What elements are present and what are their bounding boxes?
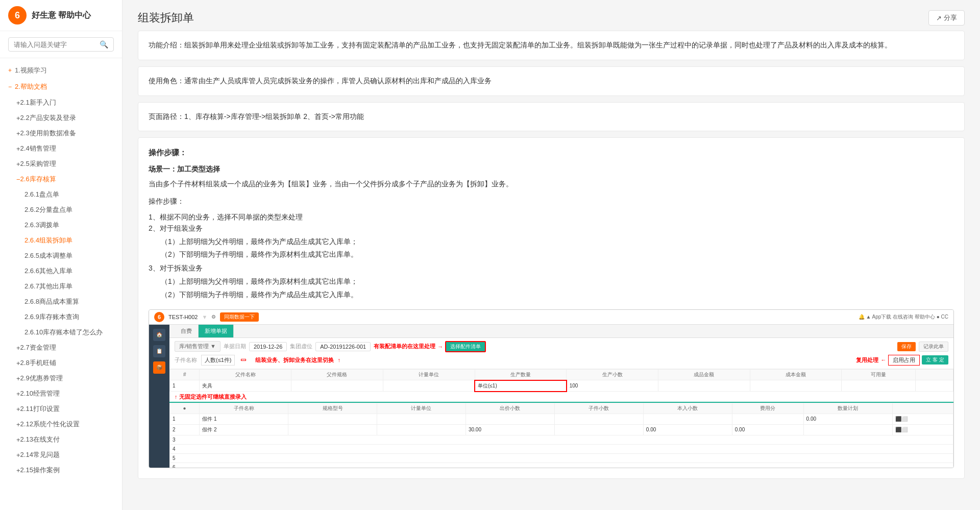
sidebar-item-21[interactable]: + 2.1新手入门 bbox=[0, 95, 122, 110]
sidebar-header: 6 好生意 帮助中心 bbox=[0, 0, 122, 31]
app-title: 好生意 帮助中心 bbox=[32, 10, 91, 21]
sidebar-item-docs[interactable]: − 2.帮助文档 bbox=[0, 79, 122, 95]
sidebar-item-210[interactable]: + 2.10经营管理 bbox=[0, 386, 122, 401]
sidebar-item-22[interactable]: + 2.2产品安装及登录 bbox=[0, 110, 122, 126]
sidebar-item-211[interactable]: + 2.11打印设置 bbox=[0, 401, 122, 417]
role-section: 使用角色：通常由生产人员或库管人员完成拆装业务的操作，库管人员确认原材料的出库和… bbox=[138, 66, 965, 96]
path-text: 页面路径：1、库存核算->库存管理->组装拆卸单 2、首页->常用功能 bbox=[149, 112, 364, 120]
sidebar-item-263[interactable]: 2.6.3调拨单 bbox=[0, 217, 122, 233]
search-box: 🔍 bbox=[0, 31, 122, 58]
step3-sub1: （1）上部明细为父件明细，最终作为原材料生成其它出库单； bbox=[149, 275, 954, 288]
step3-sub2: （2）下部明细为子件明细，最终作为产成品生成其它入库单。 bbox=[149, 288, 954, 301]
page-title: 组装拆卸单 bbox=[138, 10, 194, 26]
content-body: 功能介绍：组装拆卸单用来处理企业组装或拆卸等加工业务，支持有固定装配清单的产品加… bbox=[122, 31, 980, 510]
sidebar-item-24[interactable]: + 2.4销售管理 bbox=[0, 141, 122, 156]
main-content: 组装拆卸单 ↗ 分享 功能介绍：组装拆卸单用来处理企业组装或拆卸等加工业务，支持… bbox=[122, 0, 980, 510]
ops-title: 操作步骤： bbox=[149, 148, 954, 158]
search-button[interactable]: 🔍 bbox=[100, 40, 108, 48]
sidebar-item-213[interactable]: + 2.13在线支付 bbox=[0, 432, 122, 447]
intro-text: 功能介绍：组装拆卸单用来处理企业组装或拆卸等加工业务，支持有固定装配清单的产品加… bbox=[149, 41, 892, 49]
step2-sub1: （1）上部明细为父件明细，最终作为产成品生成其它入库单； bbox=[149, 235, 954, 248]
annotation-2: ↑ 无固定选件可继续直接录入 bbox=[169, 392, 953, 402]
sidebar-item-214[interactable]: + 2.14常见问题 bbox=[0, 447, 122, 463]
sidebar-item-2610[interactable]: 2.6.10库存账本错了怎么办 bbox=[0, 325, 122, 340]
sim-form-area: 库/销售管理 ▼ 单据日期 2019-12-26 集团虚位 AD-2019122… bbox=[169, 338, 953, 369]
sidebar-item-28[interactable]: + 2.8手机旺铺 bbox=[0, 355, 122, 371]
sim-upper-table: # 父件名称 父件规格 计量单位 生产数量 生产小数 成品金额 成本金额 可用量 bbox=[169, 369, 953, 392]
logo-icon: 6 bbox=[8, 6, 27, 25]
sidebar-item-27[interactable]: + 2.7资金管理 bbox=[0, 340, 122, 355]
search-input[interactable] bbox=[14, 41, 100, 48]
share-icon: ↗ bbox=[936, 14, 942, 22]
step2: 2、对于组装业务 bbox=[149, 224, 954, 233]
path-section: 页面路径：1、库存核算->库存管理->组装拆卸单 2、首页->常用功能 bbox=[138, 102, 965, 132]
sim-app-body: 🏠 📋 📦 自费 新增单据 库/销售管理 ▼ bbox=[149, 325, 953, 468]
sidebar-item-25[interactable]: + 2.5采购管理 bbox=[0, 156, 122, 172]
step1: 1、根据不同的业务，选择不同单据的类型来处理 bbox=[149, 213, 954, 222]
step3: 3、对于拆装业务 bbox=[149, 264, 954, 273]
search-wrap: 🔍 bbox=[8, 37, 114, 52]
nav-tree: + 1.视频学习 − 2.帮助文档 + 2.1新手入门 + 2.2产品安装及登录… bbox=[0, 58, 122, 510]
sidebar-item-212[interactable]: + 2.12系统个性化设置 bbox=[0, 417, 122, 432]
sidebar-item-29[interactable]: + 2.9优惠券管理 bbox=[0, 371, 122, 386]
sidebar-item-269[interactable]: 2.6.9库存账本查询 bbox=[0, 309, 122, 325]
sidebar-item-23[interactable]: + 2.3使用前数据准备 bbox=[0, 126, 122, 141]
step2-sub2: （2）下部明细为子件明细，最终作为原材料生成其它出库单。 bbox=[149, 248, 954, 261]
sidebar: 6 好生意 帮助中心 🔍 + 1.视频学习 − 2.帮助文档 + 2.1新手入门… bbox=[0, 0, 122, 510]
sim-lower-table: ● 子件名称 规格型号 计量单位 出价小数 子件小数 本入小数 费用分 数量计划 bbox=[169, 402, 953, 468]
sidebar-item-262[interactable]: 2.6.2分量盘点单 bbox=[0, 202, 122, 217]
scene-title: 场景一：加工类型选择 bbox=[149, 165, 954, 174]
sidebar-item-26[interactable]: − 2.6库存核算 bbox=[0, 172, 122, 187]
sidebar-item-266[interactable]: 2.6.6其他入库单 bbox=[0, 263, 122, 279]
sidebar-item-268[interactable]: 2.6.8商品成本重算 bbox=[0, 294, 122, 309]
intro-section: 功能介绍：组装拆卸单用来处理企业组装或拆卸等加工业务，支持有固定装配清单的产品加… bbox=[138, 31, 965, 60]
sidebar-item-264[interactable]: 2.6.4组装拆卸单 bbox=[0, 233, 122, 248]
ops-steps-label: 操作步骤： bbox=[149, 196, 954, 208]
scene-desc: 当由多个子件材料组装成一个成品的业务为【组装】业务，当由一个父件拆分成多个子产品… bbox=[149, 178, 954, 190]
role-text: 使用角色：通常由生产人员或库管人员完成拆装业务的操作，库管人员确认原材料的出库和… bbox=[149, 77, 492, 85]
sidebar-item-265[interactable]: 2.6.5成本调整单 bbox=[0, 248, 122, 263]
content-header: 组装拆卸单 ↗ 分享 bbox=[122, 0, 980, 31]
share-button[interactable]: ↗ 分享 bbox=[928, 10, 965, 26]
sim-tabs: 自费 新增单据 bbox=[169, 325, 953, 338]
sim-left-nav: 🏠 📋 📦 bbox=[149, 325, 169, 468]
screenshot-container: 6 TEST-H002 ▼ ⚙ 同期数据一下 🔔 ▲ App下载 在线咨询 帮助… bbox=[149, 309, 954, 468]
sim-main-area: 自费 新增单据 库/销售管理 ▼ 单据日期 2019-12-26 集团虚位 AD… bbox=[169, 325, 953, 468]
sim-topbar-btn: 同期数据一下 bbox=[220, 312, 259, 322]
sidebar-item-267[interactable]: 2.6.7其他出库单 bbox=[0, 279, 122, 294]
ops-section: 操作步骤： 场景一：加工类型选择 当由多个子件材料组装成一个成品的业务为【组装】… bbox=[138, 137, 965, 478]
sidebar-item-video[interactable]: + 1.视频学习 bbox=[0, 62, 122, 79]
sim-top-bar: 6 TEST-H002 ▼ ⚙ 同期数据一下 🔔 ▲ App下载 在线咨询 帮助… bbox=[149, 310, 953, 325]
sidebar-item-261[interactable]: 2.6.1盘点单 bbox=[0, 187, 122, 202]
sidebar-item-215[interactable]: + 2.15操作案例 bbox=[0, 463, 122, 478]
